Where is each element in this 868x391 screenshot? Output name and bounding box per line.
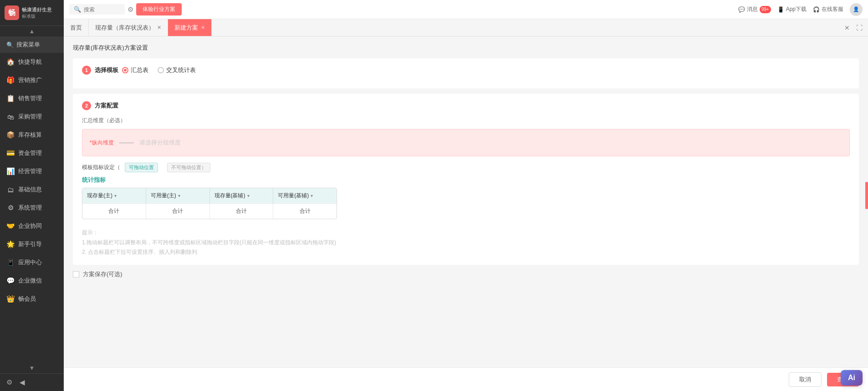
tab-home[interactable]: 首页 [64, 19, 89, 36]
sidebar-item-app-center[interactable]: 📱 应用中心 [0, 253, 64, 272]
tab-new-scheme[interactable]: 新建方案 ✕ [168, 19, 212, 36]
step2-card: 2 方案配置 汇总维度（必选） *纵向维度 —— 请选择分组维度 模板指标设定（… [73, 94, 859, 265]
sidebar-item-wechat[interactable]: 💬 企业微信 [0, 272, 64, 290]
chevron-down-icon-0: ▾ [114, 193, 117, 198]
sidebar-scroll-up[interactable]: ▲ [0, 26, 64, 36]
sidebar-item-purchase[interactable]: 🛍 采购管理 [0, 108, 64, 126]
dim-area[interactable]: *纵向维度 —— 请选择分组维度 [82, 129, 850, 156]
enterprise-icon: 🤝 [6, 222, 15, 230]
indicator-settings-text: 模板指标设定（ [82, 164, 120, 171]
save-row: 方案保存(可选) [73, 270, 859, 278]
sidebar-item-quick-nav[interactable]: 🏠 快捷导航 [0, 53, 64, 71]
topbar-right: 💬 消息 99+ 📱 App下载 🎧 在线客服 👤 [738, 3, 863, 16]
col-header-3[interactable]: 可用量(基辅) ▾ [273, 188, 337, 203]
tag-no-drag: 不可拖动位置） [167, 163, 210, 172]
gear-icon[interactable]: ⚙ [128, 5, 133, 14]
col-header-2[interactable]: 现存量(基辅) ▾ [210, 188, 274, 203]
home-icon: 🏠 [6, 58, 15, 66]
basic-info-icon: 🗂 [6, 186, 15, 194]
radio-cross-circle [158, 67, 164, 73]
sidebar-item-sys-mgmt[interactable]: ⚙ 系统管理 [0, 199, 64, 217]
indicator-settings-row: 模板指标设定（ 可拖动位置 不可拖动位置） [82, 163, 850, 172]
trial-button[interactable]: 体验行业方案 [136, 3, 182, 15]
sidebar-item-label: 新手引导 [18, 240, 42, 248]
sidebar-item-finance[interactable]: 💳 资金管理 [0, 144, 64, 162]
headset-icon: 🎧 [813, 6, 820, 13]
inventory-icon: 📦 [6, 131, 15, 139]
topbar: 🔍 ⚙ 体验行业方案 💬 消息 99+ 📱 App下载 🎧 在线客服 👤 [64, 0, 868, 19]
sidebar-scroll-down[interactable]: ▼ [0, 363, 64, 373]
search-icon: 🔍 [6, 41, 14, 48]
settings-icon: ⚙ [6, 204, 15, 212]
sidebar-item-member[interactable]: 👑 畅会员 [0, 290, 64, 308]
content-area: 现存量(库存状况表)方案设置 1 选择模板 汇总表 交叉统计表 [64, 36, 868, 367]
operations-icon: 📊 [6, 167, 15, 175]
sidebar-item-basic-info[interactable]: 🗂 基础信息 [0, 180, 64, 199]
window-expand-icon[interactable]: ⛶ [854, 23, 864, 32]
dim-arrow: —— [119, 139, 134, 147]
tips-title: 提示： [82, 229, 98, 236]
search-topbar-icon: 🔍 [74, 6, 81, 13]
cell-0-3: 合计 [273, 204, 337, 219]
sidebar-item-label: 销售管理 [18, 94, 42, 103]
col-header-0[interactable]: 现存量(主) ▾ [82, 188, 146, 203]
search-box[interactable]: 🔍 [69, 4, 125, 15]
sidebar-item-label: 应用中心 [18, 258, 42, 267]
sidebar-item-enterprise[interactable]: 🤝 企业协同 [0, 217, 64, 235]
cancel-button[interactable]: 取消 [789, 372, 822, 387]
ai-float-button[interactable]: Ai [841, 370, 863, 386]
radio-cross[interactable]: 交叉统计表 [158, 66, 196, 74]
stat-table-header: 现存量(主) ▾ 可用量(主) ▾ 现存量(基辅) ▾ 可用量(基辅) ▾ [82, 188, 337, 203]
sidebar-item-operations[interactable]: 📊 经营管理 [0, 162, 64, 180]
right-scrollbar-thumb[interactable] [865, 182, 868, 209]
col-header-1[interactable]: 可用量(主) ▾ [146, 188, 210, 203]
user-avatar[interactable]: 👤 [850, 3, 863, 16]
tab-close-new-scheme[interactable]: ✕ [201, 25, 205, 31]
tabbar-right-controls: ✕ ⛶ [842, 23, 868, 32]
main-area: 🔍 ⚙ 体验行业方案 💬 消息 99+ 📱 App下载 🎧 在线客服 👤 [64, 0, 868, 391]
sidebar-item-inventory[interactable]: 📦 库存核算 [0, 126, 64, 144]
radio-cross-label: 交叉统计表 [166, 66, 196, 74]
sidebar-item-marketing[interactable]: 🎁 营销推广 [0, 71, 64, 89]
settings-bottom-icon[interactable]: ⚙ [6, 378, 12, 386]
logo-text: 畅康通好生意 标准版 [22, 6, 52, 19]
search-input[interactable] [84, 6, 120, 13]
step1-title: 选择模板 [95, 66, 118, 74]
radio-summary-label: 汇总表 [131, 66, 148, 74]
tip-0: 1.拖动标题栏可以调整布局，不可跨维度或指标区域拖动栏目字段(只能在同一维度或指… [82, 238, 850, 248]
tab-close-inventory[interactable]: ✕ [157, 25, 161, 31]
guide-icon: 🌟 [6, 240, 15, 248]
sidebar-item-label: 营销推广 [18, 76, 42, 84]
radio-summary[interactable]: 汇总表 [122, 66, 148, 74]
tab-inventory-status[interactable]: 现存量（库存状况表） ✕ [89, 19, 168, 36]
sidebar-item-label: 企业协同 [18, 222, 42, 230]
stat-section-label: 统计指标 [82, 176, 850, 184]
cell-0-1: 合计 [146, 204, 210, 219]
step1-header: 1 选择模板 汇总表 交叉统计表 [82, 66, 850, 75]
sidebar-item-label: 库存核算 [18, 131, 42, 139]
tabbar: 首页 现存量（库存状况表） ✕ 新建方案 ✕ ✕ ⛶ [64, 19, 868, 36]
stat-table-row-0: 合计 合计 合计 合计 [82, 203, 337, 219]
app-download-button[interactable]: 📱 App下载 [777, 5, 807, 13]
phone-icon: 📱 [777, 6, 784, 13]
collapse-icon[interactable]: ◀ [20, 378, 25, 386]
sidebar-nav: 🏠 快捷导航 🎁 营销推广 📋 销售管理 🛍 采购管理 📦 库存核算 💳 资金管… [0, 53, 64, 363]
save-checkbox[interactable] [73, 271, 79, 278]
sidebar-item-label: 基础信息 [18, 185, 42, 194]
sidebar-search-item[interactable]: 🔍 搜索菜单 [0, 36, 64, 53]
finance-icon: 💳 [6, 149, 15, 157]
dim-section-label: 汇总维度（必选） [82, 117, 850, 124]
service-button[interactable]: 🎧 在线客服 [813, 5, 843, 13]
tips-box: 提示： 1.拖动标题栏可以调整布局，不可跨维度或指标区域拖动栏目字段(只能在同一… [82, 228, 850, 257]
radio-summary-circle [122, 67, 128, 73]
sidebar-item-label: 采购管理 [18, 113, 42, 121]
sidebar-item-new-guide[interactable]: 🌟 新手引导 [0, 235, 64, 253]
logo-icon: 畅 [5, 5, 19, 20]
sidebar-item-sales[interactable]: 📋 销售管理 [0, 89, 64, 108]
window-close-icon[interactable]: ✕ [842, 23, 852, 32]
gift-icon: 🎁 [6, 76, 15, 84]
sidebar-item-label: 快捷导航 [18, 58, 42, 66]
template-radio-group: 汇总表 交叉统计表 [122, 66, 196, 74]
chevron-down-icon-2: ▾ [247, 193, 250, 198]
message-button[interactable]: 💬 消息 99+ [738, 5, 771, 13]
